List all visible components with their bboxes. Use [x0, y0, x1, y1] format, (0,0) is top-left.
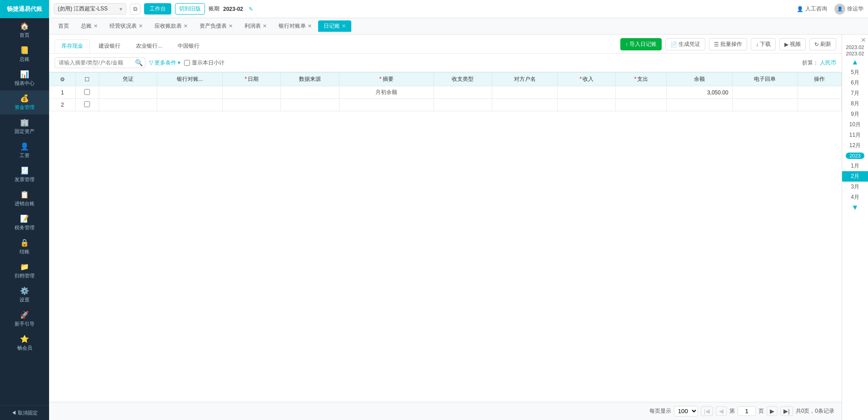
row2-voucher [99, 99, 157, 111]
table-row: 2 [50, 99, 842, 111]
tab-profit-close[interactable]: ✕ [263, 23, 267, 29]
tab-home[interactable]: 首页 [53, 20, 75, 32]
batch-op-button[interactable]: ☰ 批量操作 [709, 38, 747, 50]
show-daily-checkbox[interactable] [184, 60, 190, 66]
sidebar-item-ledger[interactable]: 📒 总账 [0, 42, 49, 66]
unpin-button[interactable]: ◀ 取消固定 [0, 405, 49, 420]
sidebar-item-invoice[interactable]: 🧾 发票管理 [0, 163, 49, 187]
tab-balance-close[interactable]: ✕ [229, 23, 233, 29]
month-5[interactable]: 5月 [842, 67, 868, 78]
row2-checkbox[interactable] [75, 99, 99, 111]
tab-balance[interactable]: 资产负债表 ✕ [194, 20, 238, 32]
page-info: 每页显示 100 50 200 |◀ ◀ 第 页 ▶ ▶| 共0页，0条记录 [649, 406, 834, 416]
sidebar-item-settings[interactable]: ⚙️ 设置 [0, 283, 49, 307]
month-11[interactable]: 11月 [842, 130, 868, 140]
row1-checkbox[interactable] [75, 86, 99, 99]
month-3[interactable]: 3月 [842, 182, 868, 192]
sidebar-item-archive[interactable]: 📁 归档管理 [0, 259, 49, 283]
company-selector[interactable]: (勿用) 江西超宝-LSS ▾ [54, 3, 126, 15]
row2-party [492, 99, 557, 111]
journal-area: 库存现金 建设银行 农业银行... 中国银行 ↑ 导入日记账 📄 生成凭证 ☰ [49, 35, 842, 420]
last-page-button[interactable]: ▶| [780, 406, 793, 416]
month-2-active[interactable]: 2月 [842, 171, 868, 182]
sidebar-label-vip: 畅会员 [17, 345, 32, 351]
tab-ledger-close[interactable]: ✕ [94, 23, 98, 29]
tab-journal-close[interactable]: ✕ [342, 23, 346, 29]
first-page-button[interactable]: |◀ [701, 406, 713, 416]
tab-bank-statement-close[interactable]: ✕ [308, 23, 312, 29]
tab-journal-label: 日记账 [324, 22, 340, 30]
panel-nav-up[interactable]: ▲ [851, 57, 860, 67]
row1-party [492, 86, 557, 99]
sidebar-label-sales: 进销台账 [15, 200, 35, 207]
month-6[interactable]: 6月 [842, 78, 868, 88]
download-button[interactable]: ↓ 下载 [751, 38, 776, 50]
sidebar-item-sales[interactable]: 📋 进销台账 [0, 187, 49, 211]
sidebar-item-payroll[interactable]: 👤 工资 [0, 138, 49, 163]
search-icon[interactable]: 🔍 [135, 59, 143, 66]
tab-ledger[interactable]: 总账 ✕ [75, 20, 103, 32]
sub-tab-cash[interactable]: 库存现金 [55, 40, 90, 53]
tab-profit[interactable]: 利润表 ✕ [239, 20, 272, 32]
col-checkbox[interactable]: ☐ [75, 73, 99, 86]
sidebar-item-guide[interactable]: 🚀 新手引导 [0, 307, 49, 331]
page-size-select[interactable]: 100 50 200 [674, 406, 698, 416]
refresh-button[interactable]: ↻ 刷新 [809, 38, 836, 50]
month-8[interactable]: 8月 [842, 99, 868, 109]
sub-tab-boc[interactable]: 中国银行 [171, 40, 206, 52]
search-input[interactable] [55, 57, 145, 68]
prev-page-button[interactable]: ◀ [716, 406, 727, 416]
tab-journal[interactable]: 日记账 ✕ [318, 20, 351, 32]
tab-receivable-close[interactable]: ✕ [184, 23, 188, 29]
month-1[interactable]: 1月 [842, 161, 868, 171]
tab-business[interactable]: 经营状况表 ✕ [104, 20, 148, 32]
sidebar-item-vip[interactable]: ⭐ 畅会员 [0, 331, 49, 355]
sidebar-label-invoice: 发票管理 [15, 176, 35, 183]
panel-nav-down[interactable]: ▼ [851, 203, 860, 212]
right-panel-close[interactable]: ✕ [861, 36, 866, 44]
copy-button[interactable]: ⧉ [130, 4, 140, 15]
col-settings[interactable]: ⚙ [50, 73, 76, 86]
capital-icon: 💰 [20, 94, 29, 103]
sub-tab-ccb[interactable]: 建设银行 [92, 40, 127, 52]
reports-icon: 📊 [20, 70, 29, 79]
page-input[interactable] [738, 406, 756, 416]
month-7[interactable]: 7月 [842, 88, 868, 99]
download-icon: ↓ [756, 41, 758, 48]
user-label: 徐运华 [847, 5, 863, 13]
sidebar-label-settings: 设置 [20, 296, 30, 303]
sidebar-item-home[interactable]: 🏠 首页 [0, 18, 49, 42]
tab-business-close[interactable]: ✕ [139, 23, 143, 29]
sidebar-item-assets[interactable]: 🏢 固定资产 [0, 114, 49, 138]
show-daily-label[interactable]: 显示本日小计 [184, 59, 224, 67]
workbench-button[interactable]: 工作台 [144, 3, 171, 15]
tab-receivable[interactable]: 应收账款表 ✕ [149, 20, 193, 32]
sidebar-item-capital[interactable]: 💰 资金管理 [0, 90, 49, 114]
generate-voucher-button[interactable]: 📄 生成凭证 [665, 38, 705, 50]
import-icon: ↑ [625, 41, 628, 48]
month-9[interactable]: 9月 [842, 109, 868, 119]
page-label2: 页 [758, 407, 764, 415]
sub-tab-abc[interactable]: 农业银行... [129, 40, 169, 52]
video-button[interactable]: ▶ 视频 [779, 38, 806, 50]
sidebar-item-reports[interactable]: 📊 报表中心 [0, 66, 49, 90]
service-button[interactable]: 👤 人工咨询 [797, 5, 827, 13]
sidebar: 畅捷通易代账 🏠 首页 📒 总账 📊 报表中心 💰 资金管理 🏢 固定资产 👤 … [0, 0, 49, 420]
sidebar-item-close[interactable]: 🔒 结账 [0, 235, 49, 259]
month-4[interactable]: 4月 [842, 192, 868, 203]
period-value: 2023-02 [223, 6, 243, 12]
switch-version-button[interactable]: 切到旧版 [175, 3, 205, 15]
filter-button[interactable]: ▽ 更多条件 ▾ [149, 59, 180, 67]
user-button[interactable]: 👤 徐运华 [834, 4, 863, 15]
filter-label: 更多条件 [155, 59, 176, 67]
month-12[interactable]: 12月 [842, 140, 868, 151]
currency-value[interactable]: 人民币 [820, 59, 836, 66]
tab-bank-statement[interactable]: 银行对账单 ✕ [273, 20, 317, 32]
month-10[interactable]: 10月 [842, 119, 868, 130]
import-journal-button[interactable]: ↑ 导入日记账 [620, 38, 662, 50]
period-edit-icon[interactable]: ✎ [249, 6, 253, 12]
next-page-button[interactable]: ▶ [767, 406, 778, 416]
sidebar-item-tax[interactable]: 📝 税务管理 [0, 211, 49, 235]
tax-icon: 📝 [20, 214, 29, 223]
sub-tab-actions: ↑ 导入日记账 📄 生成凭证 ☰ 批量操作 ↓ 下载 [620, 38, 836, 53]
